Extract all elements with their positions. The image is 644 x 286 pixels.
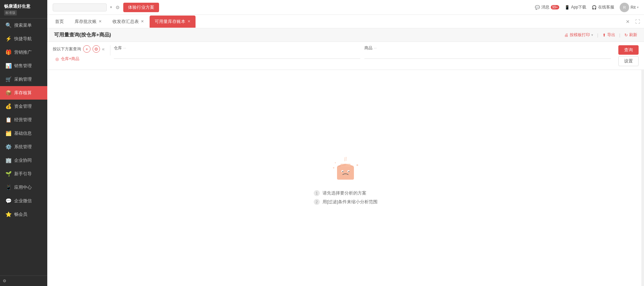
message-badge: 99+ bbox=[551, 5, 559, 9]
trial-button[interactable]: 体验行业方案 bbox=[123, 3, 159, 12]
sidebar-item-label-inventory: 库存核算 bbox=[14, 90, 32, 96]
app-download-icon: 📱 bbox=[565, 5, 570, 10]
settings-button[interactable]: 设置 bbox=[618, 56, 639, 66]
sidebar-item-label-sales: 销售管理 bbox=[14, 63, 32, 69]
tab-batch-ledger[interactable]: 库存批次账✕ bbox=[70, 16, 107, 28]
sidebar-item-system[interactable]: ⚙️ 系统管理 bbox=[0, 140, 47, 154]
main-area: ▾ ⚙ 体验行业方案 💬 消息 99+ 📱 App下载 🎧 在线客服 R Rit… bbox=[47, 0, 644, 286]
membership-icon: ⭐ bbox=[5, 211, 11, 217]
operations-icon: 📋 bbox=[5, 117, 11, 123]
finance-icon: 💰 bbox=[5, 103, 11, 109]
maximize-icon[interactable]: ⛶ bbox=[634, 18, 641, 26]
close-window-icon[interactable]: ✕ bbox=[624, 18, 631, 26]
sidebar-item-marketing-promo[interactable]: 🎁 营销推广 bbox=[0, 46, 47, 59]
message-button[interactable]: 💬 消息 99+ bbox=[535, 4, 559, 10]
sidebar-item-shortcut[interactable]: ⚡ 快捷导航 bbox=[0, 32, 47, 46]
sidebar: 畅康通好生意 标准版 🔍 搜索菜单 ⚡ 快捷导航 🎁 营销推广 📊 销售管理 🛒… bbox=[0, 0, 47, 286]
sidebar-item-purchase[interactable]: 🛒 采购管理 bbox=[0, 73, 47, 86]
wechat-icon: 💬 bbox=[5, 198, 11, 204]
sidebar-item-finance[interactable]: 💰 资金管理 bbox=[0, 100, 47, 113]
purchase-icon: 🛒 bbox=[5, 76, 11, 82]
print-chevron-icon: ▾ bbox=[591, 33, 593, 37]
sidebar-item-newbie[interactable]: 🌱 新手引导 bbox=[0, 167, 47, 181]
sales-icon: 📊 bbox=[5, 63, 11, 69]
topbar-chevron-icon[interactable]: ▾ bbox=[110, 5, 112, 9]
tab-label-available-ledger: 可用量库存账本 bbox=[155, 19, 185, 25]
sidebar-scroll: 🔍 搜索菜单 ⚡ 快捷导航 🎁 营销推广 📊 销售管理 🛒 采购管理 📦 库存核… bbox=[0, 19, 47, 276]
scheme-icon: ◎ bbox=[55, 57, 59, 61]
query-actions: 查询 设置 bbox=[618, 45, 639, 66]
query-button[interactable]: 查询 bbox=[618, 45, 639, 55]
shortcut-icon: ⚡ bbox=[5, 36, 11, 42]
brand-name: 畅康通好生意 bbox=[4, 3, 43, 9]
sidebar-item-inventory[interactable]: 📦 库存核算 bbox=[0, 86, 47, 100]
refresh-button[interactable]: ↻ 刷新 bbox=[624, 32, 637, 38]
user-chevron-icon: ▾ bbox=[637, 5, 639, 9]
topbar-right: 💬 消息 99+ 📱 App下载 🎧 在线客服 R Rit ▾ bbox=[535, 3, 639, 12]
sidebar-item-label-purchase: 采购管理 bbox=[14, 76, 32, 82]
page-header: 可用量查询(按仓库+商品) 🖨 按模板打印 ▾ | ⬆ 导出 | ↻ 刷新 bbox=[47, 28, 644, 42]
export-button[interactable]: ⬆ 导出 bbox=[602, 32, 615, 38]
scheme-item-warehouse-product[interactable]: ◎ 仓库+商品 bbox=[53, 55, 107, 63]
sidebar-item-sales[interactable]: 📊 销售管理 bbox=[0, 59, 47, 73]
sidebar-bottom: ⚙ bbox=[0, 276, 47, 286]
sidebar-item-label-newbie: 新手引导 bbox=[14, 171, 32, 177]
sidebar-item-label-wechat: 企业微信 bbox=[14, 198, 32, 204]
online-service-button[interactable]: 🎧 在线客服 bbox=[592, 4, 614, 10]
filter-setting-button[interactable]: ⚙ bbox=[93, 45, 100, 53]
sidebar-item-label-enterprise: 企业协同 bbox=[14, 157, 32, 163]
topbar-search-input[interactable] bbox=[53, 3, 107, 11]
empty-hint-2: 2 用[过滤]条件来缩小分析范围 bbox=[314, 199, 378, 205]
topbar: ▾ ⚙ 体验行业方案 💬 消息 99+ 📱 App下载 🎧 在线客服 R Rit… bbox=[47, 0, 644, 15]
tab-close-available-ledger[interactable]: ✕ bbox=[187, 20, 190, 23]
sidebar-item-label-finance: 资金管理 bbox=[14, 103, 32, 109]
product-field: 商品 ··· bbox=[364, 45, 611, 59]
settings-icon: ⚙ bbox=[3, 279, 6, 283]
topbar-gear-icon[interactable]: ⚙ bbox=[115, 5, 120, 10]
sidebar-item-basic[interactable]: 🗂️ 基础信息 bbox=[0, 127, 47, 140]
sidebar-item-label-operations: 经营管理 bbox=[14, 117, 32, 123]
warehouse-label: 仓库 bbox=[114, 45, 122, 51]
online-service-label: 在线客服 bbox=[598, 4, 614, 10]
filter-vertical-divider bbox=[110, 45, 110, 55]
sidebar-item-label-shortcut: 快捷导航 bbox=[14, 36, 32, 42]
username: Rit bbox=[630, 5, 636, 10]
sidebar-item-membership[interactable]: ⭐ 畅会员 bbox=[0, 208, 47, 221]
tab-label-home: 首页 bbox=[55, 19, 64, 25]
hint2-text: 用[过滤]条件来缩小分析范围 bbox=[323, 199, 378, 205]
app-center-icon: 📱 bbox=[5, 184, 11, 190]
filter-add-button[interactable]: + bbox=[83, 45, 91, 53]
warehouse-more-icon[interactable]: ··· bbox=[123, 46, 126, 50]
tab-recv-summary[interactable]: 收发存汇总表✕ bbox=[107, 16, 149, 28]
content-area: 1 请先选择要分析的方案 2 用[过滤]条件来缩小分析范围 bbox=[47, 70, 644, 286]
sidebar-item-app-center[interactable]: 📱 应用中心 bbox=[0, 181, 47, 194]
empty-hints: 1 请先选择要分析的方案 2 用[过滤]条件来缩小分析范围 bbox=[314, 190, 378, 205]
tab-close-batch-ledger[interactable]: ✕ bbox=[99, 20, 102, 23]
marketing-promo-icon: 🎁 bbox=[5, 49, 11, 55]
tab-home[interactable]: 首页 bbox=[50, 16, 69, 28]
svg-point-6 bbox=[342, 171, 343, 172]
sidebar-item-label-search: 搜索菜单 bbox=[14, 22, 32, 28]
app-download-button[interactable]: 📱 App下载 bbox=[565, 4, 586, 10]
sidebar-item-operations[interactable]: 📋 经营管理 bbox=[0, 113, 47, 127]
sidebar-item-search[interactable]: 🔍 搜索菜单 bbox=[0, 19, 47, 32]
sidebar-item-wechat[interactable]: 💬 企业微信 bbox=[0, 194, 47, 208]
brand-tag: 标准版 bbox=[4, 10, 17, 16]
svg-point-10 bbox=[335, 162, 336, 163]
sidebar-item-label-marketing-promo: 营销推广 bbox=[14, 49, 32, 55]
print-button[interactable]: 🖨 按模板打印 ▾ bbox=[564, 32, 593, 38]
warehouse-field: 仓库 ··· bbox=[114, 45, 360, 59]
tab-available-ledger[interactable]: 可用量库存账本✕ bbox=[150, 16, 196, 28]
sidebar-item-enterprise[interactable]: 🏢 企业协同 bbox=[0, 154, 47, 167]
product-more-icon[interactable]: ··· bbox=[374, 46, 377, 50]
message-icon: 💬 bbox=[535, 5, 540, 10]
scrollbar-track[interactable] bbox=[641, 70, 644, 286]
filter-collapse-icon[interactable]: « bbox=[102, 46, 105, 52]
warehouse-input[interactable] bbox=[114, 52, 360, 59]
sidebar-item-label-app-center: 应用中心 bbox=[14, 184, 32, 190]
empty-state: 1 请先选择要分析的方案 2 用[过滤]条件来缩小分析范围 bbox=[314, 151, 378, 205]
product-input[interactable] bbox=[364, 52, 611, 59]
user-info[interactable]: R Rit ▾ bbox=[620, 3, 639, 12]
sidebar-item-label-system: 系统管理 bbox=[14, 144, 32, 150]
tab-close-recv-summary[interactable]: ✕ bbox=[141, 20, 144, 23]
